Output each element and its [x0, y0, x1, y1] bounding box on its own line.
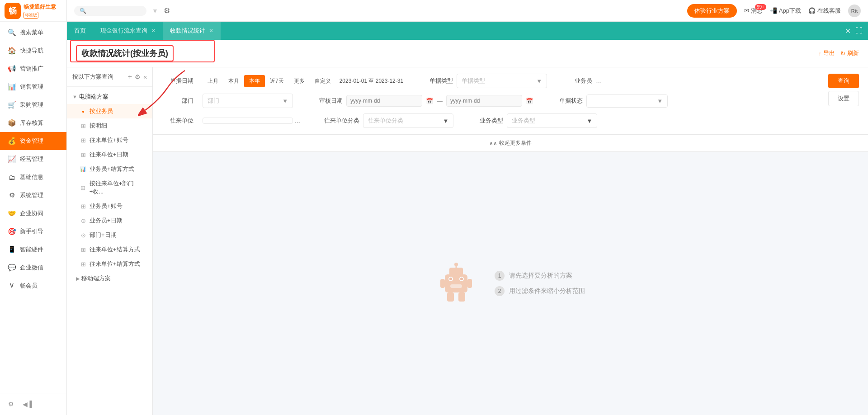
export-label: 导出: [823, 49, 835, 57]
left-panel-collapse-btn[interactable]: «: [143, 73, 147, 80]
svg-rect-10: [467, 279, 472, 288]
review-date-from-input[interactable]: [346, 95, 422, 107]
step-text-1: 请先选择要分析的方案: [509, 272, 572, 280]
sidebar-item-operation[interactable]: 📈 经营管理: [0, 150, 66, 168]
doc-type-select[interactable]: 单据类型 ▼: [457, 74, 547, 88]
sidebar-item-purchase[interactable]: 🛒 采购管理: [0, 96, 66, 114]
sidebar-item-sales[interactable]: 📊 销售管理: [0, 78, 66, 96]
sidebar: 畅 畅捷通好生意 标准版 🔍 搜索菜单 🏠 快捷导航 📢 营销推广 📊 销售管理…: [0, 0, 67, 415]
date-tab-more[interactable]: 更多: [289, 75, 310, 87]
review-date-to-input[interactable]: [446, 95, 522, 107]
query-buttons-group: 查询 设置: [828, 74, 859, 106]
online-service-label: 在线客服: [817, 7, 841, 15]
tree-item-by-detail[interactable]: ⊞ 按明细: [67, 118, 152, 133]
tree-item-dept-date[interactable]: ⊙ 部门+日期: [67, 228, 152, 242]
topbar-dropdown-icon[interactable]: ▼: [152, 7, 158, 14]
sidebar-item-member[interactable]: V 畅会员: [0, 277, 66, 295]
dept-select[interactable]: 部门 ▼: [203, 94, 293, 108]
step-text-2: 用过滤条件来缩小分析范围: [509, 287, 585, 295]
sidebar-item-marketing[interactable]: 📢 营销推广: [0, 60, 66, 78]
calendar-to-icon[interactable]: 📅: [526, 98, 533, 104]
filter-settings-btn[interactable]: 设置: [828, 91, 859, 106]
date-tab-custom[interactable]: 自定义: [310, 75, 336, 87]
doc-type-group: 单据类型 单据类型 ▼: [426, 74, 547, 88]
business-type-group: 业务类型 业务类型 ▼: [476, 113, 597, 128]
tree-mobile-group: ▶ 移动端方案: [67, 271, 152, 286]
export-btn[interactable]: ↑ 导出: [819, 49, 835, 57]
export-icon: ↑: [819, 50, 822, 57]
svg-point-3: [454, 263, 458, 266]
tree-item-partner-account[interactable]: ⊞ 往来单位+账号: [67, 133, 152, 147]
online-service-btn[interactable]: 🎧 在线客服: [808, 7, 841, 15]
partner-select[interactable]: [203, 118, 293, 124]
tab-bank[interactable]: 现金银行流水查询 ✕: [93, 22, 163, 40]
doc-status-select[interactable]: ▼: [586, 94, 668, 108]
sidebar-item-wechat[interactable]: 💬 企业微信: [0, 259, 66, 277]
tree-item-partner-settlement2[interactable]: ⊞ 往来单位+结算方式: [67, 257, 152, 271]
tab-receivable-close-icon[interactable]: ✕: [209, 28, 213, 34]
sidebar-item-search[interactable]: 🔍 搜索菜单: [0, 24, 66, 42]
business-type-select[interactable]: 业务类型 ▼: [507, 113, 597, 128]
tree-mobile-group-header[interactable]: ▶ 移动端方案: [67, 271, 152, 286]
partner-more-btn[interactable]: ...: [295, 117, 301, 125]
date-label: 单据日期: [162, 77, 193, 85]
tree-item-partner-dept[interactable]: ⊞ 按往来单位+部门+收...: [67, 176, 152, 199]
tab-bank-close-icon[interactable]: ✕: [151, 28, 156, 34]
sidebar-bottom: ⚙ ◀▐: [0, 393, 66, 415]
sidebar-label-hardware: 智能硬件: [20, 245, 43, 254]
tree-item-salesperson-account[interactable]: ⊞ 业务员+账号: [67, 199, 152, 213]
active-item-icon: ●: [80, 108, 87, 115]
tab-receivable-label: 收款情况统计: [170, 27, 205, 35]
date-range-display: 2023-01-01 至 2023-12-31: [340, 77, 403, 85]
date-tab-this-month[interactable]: 本月: [223, 75, 244, 87]
calendar-from-icon[interactable]: 📅: [426, 98, 433, 104]
tab-home[interactable]: 首页: [67, 22, 93, 40]
sidebar-item-finance[interactable]: 💰 资金管理: [0, 132, 66, 150]
bottom-collapse-btn[interactable]: ◀▐: [21, 398, 33, 410]
left-panel-add-btn[interactable]: +: [128, 73, 132, 81]
tabbar-expand-icon[interactable]: ⛶: [855, 27, 863, 35]
topbar-settings-icon[interactable]: ⚙: [164, 6, 170, 15]
tree-item-partner-date[interactable]: ⊞ 往来单位+日期: [67, 147, 152, 162]
tabbar-close-icon[interactable]: ✕: [845, 27, 851, 35]
tree-desktop-label: 电脑端方案: [79, 93, 108, 101]
left-panel-settings-btn[interactable]: ⚙: [135, 73, 141, 80]
tree-desktop-group-header[interactable]: ▼ 电脑端方案: [67, 90, 152, 104]
finance-icon: 💰: [7, 137, 16, 146]
message-btn[interactable]: ✉ 消息 99+: [744, 7, 763, 15]
refresh-btn[interactable]: ↻ 刷新: [840, 49, 859, 57]
sidebar-item-inventory[interactable]: 📦 库存核算: [0, 114, 66, 132]
bottom-settings-btn[interactable]: ⚙: [5, 398, 17, 410]
doc-status-group: 单据状态 ▼: [556, 94, 668, 108]
sidebar-item-basic[interactable]: 🗂 基础信息: [0, 168, 66, 186]
user-avatar[interactable]: Rit: [848, 5, 861, 17]
date-tab-last7[interactable]: 近7天: [265, 75, 289, 87]
system-icon: ⚙: [7, 191, 16, 200]
tab-bank-label: 现金银行流水查询: [100, 27, 147, 35]
sidebar-item-quicknav[interactable]: 🏠 快捷导航: [0, 42, 66, 60]
trial-btn[interactable]: 体验行业方案: [687, 4, 737, 18]
sidebar-item-hardware[interactable]: 📱 智能硬件: [0, 241, 66, 259]
dept-date-icon: ⊙: [80, 231, 87, 239]
tree-item-by-salesperson[interactable]: ● 按业务员: [67, 104, 152, 118]
date-tab-this-year[interactable]: 本年: [244, 75, 265, 87]
date-tab-last-month[interactable]: 上月: [203, 75, 223, 87]
topbar-search-box[interactable]: 🔍: [74, 6, 146, 16]
tree-item-partner-settlement1[interactable]: ⊞ 往来单位+结算方式: [67, 242, 152, 257]
tree-item-salesperson-settlement[interactable]: 📊 业务员+结算方式: [67, 162, 152, 176]
sidebar-item-enterprise[interactable]: 🤝 企业协同: [0, 204, 66, 222]
partner-category-select[interactable]: 往来单位分类 ▼: [363, 113, 453, 128]
sidebar-item-guide[interactable]: 🎯 新手引导: [0, 222, 66, 241]
salesperson-more-btn[interactable]: ...: [596, 77, 602, 85]
sidebar-label-operation: 经营管理: [20, 155, 43, 163]
query-btn[interactable]: 查询: [828, 74, 859, 88]
doc-status-caret: ▼: [657, 98, 663, 104]
sidebar-item-system[interactable]: ⚙ 系统管理: [0, 186, 66, 204]
app-download-btn[interactable]: 📲 App下载: [770, 7, 801, 15]
tab-receivable[interactable]: 收款情况统计 ✕: [163, 22, 221, 40]
tree-item-salesperson-date[interactable]: ⊙ 业务员+日期: [67, 213, 152, 228]
refresh-icon: ↻: [840, 50, 845, 57]
sidebar-label-enterprise: 企业协同: [20, 209, 43, 217]
empty-steps: 1 请先选择要分析的方案 2 用过滤条件来缩小分析范围: [495, 271, 585, 296]
collapse-bar[interactable]: ∧∧ 收起更多条件: [153, 135, 868, 152]
